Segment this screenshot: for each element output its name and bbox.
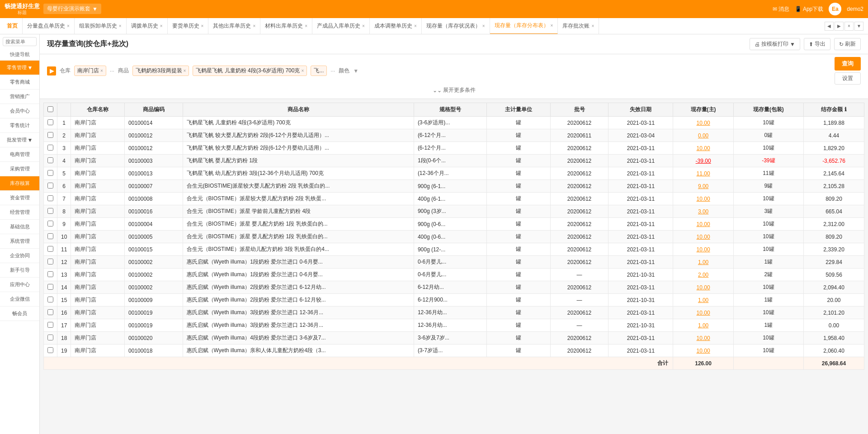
query-btn[interactable]: 查询	[835, 57, 861, 71]
row-stock-main[interactable]: 10.00	[673, 281, 733, 294]
row-expire: 2021-03-11	[609, 193, 673, 205]
content-area: 现存量查询(按仓库+批次) 🖨 按模板打印 ▼ ⬆ 导出 ↻ 刷新	[40, 34, 868, 434]
row-unit: 罐	[487, 269, 551, 281]
close-icon[interactable]: ×	[482, 24, 485, 28]
close-icon[interactable]: ×	[160, 24, 163, 28]
message-btn[interactable]: ✉ 消息	[773, 5, 789, 13]
close-icon[interactable]: ×	[67, 24, 70, 28]
nav-prev-btn[interactable]: ◀	[825, 22, 834, 31]
sidebar-item-purchase[interactable]: 采购管理	[0, 162, 39, 176]
sidebar-item-newguide[interactable]: 新手引导	[0, 263, 39, 278]
row-idx: 15	[57, 294, 71, 307]
tab-pick[interactable]: 调拨单历史 ×	[127, 18, 168, 34]
color-dropdown[interactable]: ▼	[353, 68, 359, 74]
row-stock-pkg: 9罐	[733, 180, 803, 193]
product-tag-2-close[interactable]: ×	[301, 68, 304, 73]
row-expire: 2021-10-31	[609, 269, 673, 281]
row-stock-main[interactable]: 10.00	[673, 231, 733, 243]
row-stock-main[interactable]: 9.00	[673, 180, 733, 193]
avatar[interactable]: Ea	[829, 3, 841, 15]
row-stock-main[interactable]: 1.00	[673, 294, 733, 307]
close-icon[interactable]: ×	[551, 23, 553, 28]
row-stock-main[interactable]: 10.00	[673, 218, 733, 231]
nav-menu-btn[interactable]: ▼	[854, 22, 863, 31]
row-stock-main[interactable]: -39.00	[673, 155, 733, 167]
tab-batch-voucher[interactable]: 库存批次账 ×	[558, 18, 599, 34]
print-btn[interactable]: 🖨 按模板打印 ▼	[750, 38, 800, 50]
row-spec: 3-6岁及7岁...	[414, 332, 486, 344]
tab-stock-status[interactable]: 现存量（库存状况表） ×	[422, 18, 490, 34]
settings-btn[interactable]: 设置	[835, 72, 861, 85]
warehouse-tag-close[interactable]: ×	[100, 68, 103, 73]
row-stock-main[interactable]: 10.00	[673, 243, 733, 256]
sidebar-item-enterprise[interactable]: 企业协同	[0, 249, 39, 263]
row-name: 飞鹤星飞帆 幼儿配方奶粉 3段(12-36个月幼儿适用) 700克	[183, 167, 414, 180]
refresh-btn[interactable]: ↻ 刷新	[834, 38, 861, 50]
expand-more-btn[interactable]: ⌄⌄ 展开更多条件	[433, 86, 476, 94]
tab-requisition[interactable]: 要货单历史 ×	[168, 18, 209, 34]
tab-disassemble[interactable]: 组装拆卸单历史 ×	[75, 18, 127, 34]
row-stock-main[interactable]: 10.00	[673, 193, 733, 205]
tab-product-in[interactable]: 产成品入库单历史 ×	[312, 18, 370, 34]
sidebar-item-finance[interactable]: 资金管理	[0, 191, 39, 205]
sidebar-item-business[interactable]: 经营管理	[0, 205, 39, 220]
table-row: 1 南岸门店 00100014 飞鹤星飞帆 儿童奶粉 4段(3-6岁适用) 70…	[44, 117, 864, 129]
sidebar-quick-nav[interactable]: 快捷导航	[0, 49, 39, 61]
nav-next-btn[interactable]: ▶	[835, 22, 844, 31]
product-tag-1-close[interactable]: ×	[184, 68, 186, 73]
close-icon[interactable]: ×	[201, 24, 204, 28]
tab-other-out[interactable]: 其他出库单历史 ×	[208, 18, 260, 34]
row-expire: 2021-10-31	[609, 294, 673, 307]
row-checkbox	[44, 344, 57, 357]
product-more[interactable]: ···	[330, 68, 335, 74]
sidebar-item-appcenter[interactable]: 应用中心	[0, 278, 39, 292]
sidebar-item-wechat[interactable]: 企业微信	[0, 292, 39, 307]
sidebar-item-marketing[interactable]: 营销推广	[0, 90, 39, 104]
row-stock-main[interactable]: 1.00	[673, 256, 733, 269]
close-icon[interactable]: ×	[253, 24, 255, 28]
industry-select[interactable]: 母婴行业演示账套 ▼	[43, 4, 101, 14]
row-stock-pkg: 10罐	[733, 218, 803, 231]
sidebar-item-free-member[interactable]: 畅会员	[0, 307, 39, 321]
tab-split-inventory[interactable]: 分量盘点单历史 ×	[23, 18, 75, 34]
row-stock-main[interactable]: 10.00	[673, 332, 733, 344]
sidebar-item-system[interactable]: 系统管理	[0, 234, 39, 249]
close-icon[interactable]: ×	[305, 24, 307, 28]
row-stock-main[interactable]: 10.00	[673, 344, 733, 357]
close-icon[interactable]: ×	[119, 24, 122, 28]
row-stock-main[interactable]: 1.00	[673, 319, 733, 332]
tab-stock-distribution[interactable]: 现存量（库存分布表） ×	[490, 18, 558, 34]
sidebar-item-basic[interactable]: 基础信息	[0, 220, 39, 234]
filter-main-row: ▶ 仓库 南岸门店 × ··· 商品 飞鹤奶粉3段两提装 × 飞鹤星飞帆 儿童奶…	[47, 57, 861, 85]
sidebar-item-retail-stats[interactable]: 零售统计	[0, 118, 39, 133]
export-btn[interactable]: ⬆ 导出	[804, 38, 830, 50]
close-icon[interactable]: ×	[362, 24, 365, 28]
sidebar-item-retail-mgmt[interactable]: 零售管理 ▼	[0, 61, 39, 75]
row-unit: 罐	[487, 243, 551, 256]
close-icon[interactable]: ×	[591, 24, 594, 28]
sidebar-item-inventory[interactable]: 库存核算	[0, 176, 39, 191]
row-stock-main[interactable]: 3.00	[673, 205, 733, 218]
row-stock-main[interactable]: 0.00	[673, 129, 733, 142]
select-all-checkbox[interactable]	[47, 106, 53, 112]
tab-cost-adjust[interactable]: 成本调整单历史 ×	[370, 18, 422, 34]
sidebar-item-retail-store[interactable]: 零售商城	[0, 75, 39, 90]
sidebar-item-member[interactable]: 会员中心	[0, 104, 39, 118]
tab-home[interactable]: 首页	[2, 18, 23, 34]
nav-close-btn[interactable]: ×	[844, 22, 854, 31]
row-expire: 2021-03-11	[609, 243, 673, 256]
sidebar-item-ecommerce[interactable]: 电商管理	[0, 147, 39, 162]
row-stock-main[interactable]: 10.00	[673, 142, 733, 155]
download-btn[interactable]: 📱 App下载	[795, 5, 823, 13]
filter-toggle-btn[interactable]: ▶	[47, 66, 56, 75]
row-stock-main[interactable]: 2.00	[673, 269, 733, 281]
row-stock-main[interactable]: 11.00	[673, 167, 733, 180]
row-stock-main[interactable]: 10.00	[673, 117, 733, 129]
close-icon[interactable]: ×	[414, 24, 417, 28]
search-input[interactable]	[3, 37, 37, 46]
row-stock-main[interactable]: 10.00	[673, 307, 733, 319]
row-spec: 900g (6-1...	[414, 180, 486, 193]
warehouse-more[interactable]: ···	[110, 68, 114, 74]
sidebar-item-wholesale[interactable]: 批发管理 ▼	[0, 133, 39, 147]
tab-material-out[interactable]: 材料出库单历史 ×	[260, 18, 312, 34]
